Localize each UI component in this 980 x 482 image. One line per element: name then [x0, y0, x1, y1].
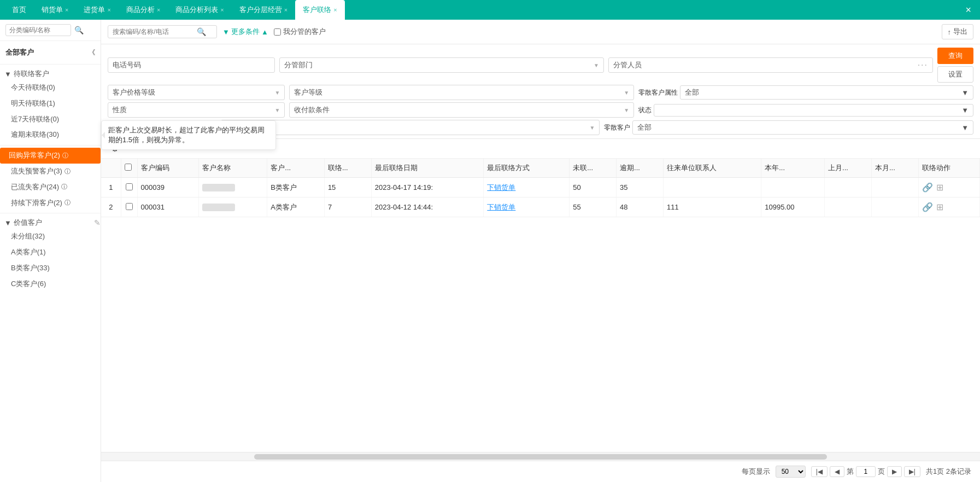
gender-caret: ▼	[275, 107, 280, 113]
cust-level-field[interactable]: 客户等级 ▼	[289, 85, 634, 100]
status-caret: ▼	[961, 106, 969, 114]
row-this-year-2: 10995.00	[761, 198, 825, 217]
phone-field[interactable]: 电话号码	[108, 57, 275, 73]
sidebar-item-overdue[interactable]: 逾期未联络(30)	[0, 127, 101, 143]
page-last-button[interactable]: ▶|	[904, 466, 920, 477]
row-last-month-2	[825, 198, 872, 217]
page-first-button[interactable]: |◀	[811, 466, 828, 477]
filter-search-input[interactable]	[113, 28, 195, 36]
my-customer-filter[interactable]: 我分管的客户	[274, 27, 326, 37]
sidebar-item-7days[interactable]: 近7天待联络(0)	[0, 112, 101, 127]
row-check-2[interactable]	[121, 198, 137, 217]
table-area: 客户编码 客户名称 客户... 联络... 最后联络日期 最后联络方式 未联..…	[101, 159, 980, 452]
table-row: 2 000031 A类客户 7 2023-04-12 14:44: 下销货单 5…	[101, 198, 980, 217]
row-last-method-2[interactable]: 下销货单	[484, 198, 570, 217]
retail-attr-select[interactable]: 全部 ▼	[680, 85, 973, 100]
row-last-method-1[interactable]: 下销货单	[484, 178, 570, 198]
all-customers-header[interactable]: 全部客户 《	[5, 45, 95, 60]
sidebar-item-b-class[interactable]: B类客户(33)	[0, 260, 101, 276]
continuous-down-info-icon: ⓘ	[64, 198, 71, 208]
sidebar-item-already-lost[interactable]: 已流失客户(24) ⓘ	[0, 179, 101, 195]
nav-tab-product-list[interactable]: 商品分析列表 ×	[168, 0, 231, 20]
gender-field[interactable]: 性质 ▼	[108, 102, 285, 118]
person-field[interactable]: 分管人员 ···	[608, 57, 933, 73]
sidebar-item-c-class[interactable]: C类客户(6)	[0, 276, 101, 292]
nav-close-purchase[interactable]: ×	[107, 7, 110, 13]
nav-close-customer-contact[interactable]: ×	[333, 7, 337, 13]
nav-close-product-list[interactable]: ×	[220, 7, 224, 13]
filter-more-conditions[interactable]: ▼ 更多条件 ▲	[222, 27, 268, 37]
table-row: 1 000039 B类客户 15 2023-04-17 14:19: 下销货单 …	[101, 178, 980, 198]
cust-type-field[interactable]: 客户类型 ▼	[221, 120, 600, 135]
page-prev-button[interactable]: ◀	[830, 466, 844, 477]
select-all-checkbox[interactable]	[125, 164, 132, 171]
retail-customer-select[interactable]: 全部 ▼	[632, 120, 973, 135]
filter-search-box[interactable]: 🔍	[108, 25, 217, 38]
dept-caret: ▼	[594, 62, 599, 68]
nav-close-product[interactable]: ×	[157, 7, 160, 13]
col-last-contact-method: 最后联络方式	[484, 159, 570, 178]
more-icon-2[interactable]: ⊞	[936, 202, 943, 212]
sidebar-search-icon[interactable]: 🔍	[74, 26, 84, 34]
sidebar-search-input[interactable]	[5, 24, 71, 36]
row-not-contacted-1: 50	[570, 178, 617, 198]
col-unit-contacts: 往来单位联系人	[663, 159, 761, 178]
query-button[interactable]: 查询	[937, 48, 973, 64]
sidebar-item-a-class[interactable]: A类客户(1)	[0, 245, 101, 260]
retail-customer-area: 零散客户 全部 ▼	[604, 120, 973, 135]
window-close-button[interactable]: ×	[961, 4, 976, 16]
contact-icon-1[interactable]: 🔗	[922, 182, 933, 193]
row-checkbox-2[interactable]	[126, 203, 133, 210]
row-contact-count-2: 7	[324, 198, 371, 217]
search-icon[interactable]: 🔍	[197, 27, 206, 36]
dept-field[interactable]: 分管部门 ▼	[279, 57, 604, 73]
nav-tab-customer-contact[interactable]: 客户联络 ×	[295, 0, 344, 20]
horizontal-scrollbar[interactable]	[101, 452, 980, 461]
value-customers-group[interactable]: ▼ 价值客户 ✎	[0, 216, 101, 229]
export-button[interactable]: ↑ 导出	[942, 24, 974, 39]
status-select[interactable]: ▼	[654, 104, 973, 117]
sidebar-item-ungrouped[interactable]: 未分组(32)	[0, 229, 101, 245]
cust-level-caret: ▼	[624, 90, 629, 96]
page-next-button[interactable]: ▶	[887, 466, 902, 477]
pending-contact-group[interactable]: ▼ 待联络客户	[0, 67, 101, 80]
arrow-down-icon: ▼	[4, 70, 11, 78]
sidebar-item-today[interactable]: 今天待联络(0)	[0, 80, 101, 96]
payment-field[interactable]: 收付款条件 ▼	[289, 102, 634, 118]
my-customer-checkbox[interactable]	[274, 28, 281, 36]
page-number-input[interactable]	[856, 466, 876, 477]
row-this-month-2	[872, 198, 919, 217]
more-dots-person[interactable]: ···	[918, 60, 928, 70]
nav-close-sales[interactable]: ×	[65, 7, 68, 13]
edit-icon[interactable]: ✎	[94, 218, 101, 227]
row-code-2: 000031	[137, 198, 198, 217]
per-page-select[interactable]: 50 20 100	[776, 466, 806, 478]
nav-tab-sales[interactable]: 销货单 ×	[34, 0, 76, 20]
price-caret: ▼	[275, 90, 280, 96]
sidebar-item-lost-pre[interactable]: 流失预警客户(3) ⓘ	[0, 164, 101, 179]
sidebar-item-tomorrow[interactable]: 明天待联络(1)	[0, 96, 101, 112]
pagination: |◀ ◀ 第 页 ▶ ▶|	[811, 466, 920, 477]
sidebar-item-continuous-down[interactable]: 持续下滑客户(2) ⓘ	[0, 195, 101, 211]
more-icon-1[interactable]: ⊞	[936, 182, 943, 193]
row-name-1	[198, 178, 267, 198]
price-level-field[interactable]: 客户价格等级 ▼	[108, 85, 285, 100]
adv-filter-row-3: 性质 ▼ 收付款条件 ▼ 状态 ▼	[108, 102, 973, 118]
row-not-contacted-2: 55	[570, 198, 617, 217]
arrow-down-icon-2: ▼	[4, 219, 11, 227]
row-checkbox-1[interactable]	[126, 183, 133, 190]
contact-icon-2[interactable]: 🔗	[922, 202, 933, 212]
nav-tab-home[interactable]: 首页	[4, 0, 34, 20]
sidebar-item-repurchase-abnormal[interactable]: 回购异常客户(2) ⓘ	[0, 148, 101, 164]
nav-tab-purchase[interactable]: 进货单 ×	[76, 0, 118, 20]
table-header-row: 客户编码 客户名称 客户... 联络... 最后联络日期 最后联络方式 未联..…	[101, 159, 980, 178]
row-overdue-2: 48	[617, 198, 664, 217]
nav-tab-product-analysis[interactable]: 商品分析 ×	[119, 0, 168, 20]
row-check-1[interactable]	[121, 178, 137, 198]
nav-close-customer-layer[interactable]: ×	[284, 7, 287, 13]
cust-type-caret: ▼	[590, 125, 595, 131]
nav-tab-customer-layer[interactable]: 客户分层经营 ×	[232, 0, 295, 20]
scrollbar-thumb[interactable]	[254, 454, 827, 460]
sidebar-all-customers: 全部客户 《	[0, 41, 101, 62]
settings-button[interactable]: 设置	[937, 66, 973, 83]
